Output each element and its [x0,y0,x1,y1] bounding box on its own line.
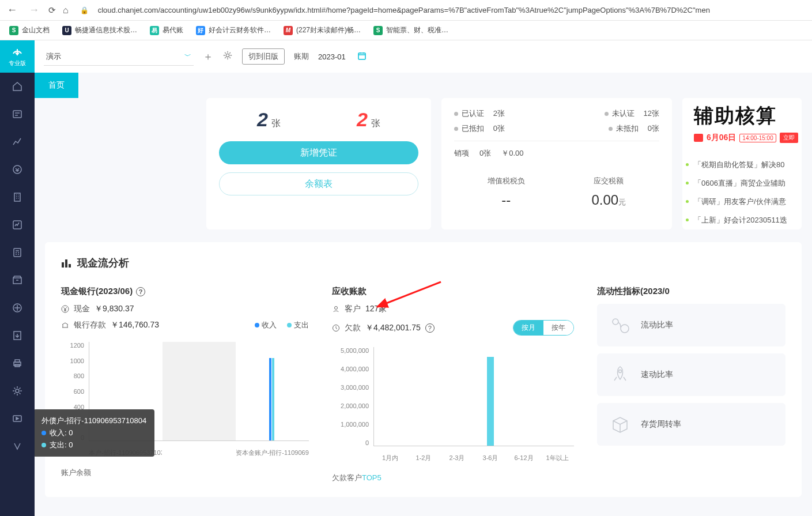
clock-icon [332,324,340,332]
receivable-column: 应收账款 客户 127家 欠款 ￥4,482,001.75 ? [332,286,574,483]
bank-icon [61,321,69,329]
promo-list-item[interactable]: 「上新」好会计20230511迭 [694,211,802,229]
vat-burden: 增值税税负 -- [488,176,525,208]
period-toggle[interactable]: 按月 按年 [513,320,574,336]
uncertified-stat: 未认证 12张 [605,108,659,119]
chart1-footer: 账户余额 [61,468,309,478]
section-title: 现金流分析 [61,256,785,270]
svg-point-13 [226,54,229,57]
liquidity-column: 流动性指标(2023/0 流动比率 速动比率 存货周 [597,286,785,483]
sidebar-item-assets[interactable] [0,294,35,322]
receivable-chart[interactable]: 5,000,0004,000,0003,000,0002,000,0001,00… [332,347,574,462]
svg-rect-14 [358,53,365,59]
svg-point-23 [621,325,629,333]
bookmarks-bar: S金山文档 U畅捷通信息技术股… 易易代账 好好会计云财务软件… M(227封未… [0,21,812,40]
topbar: 演示 ﹀ ＋ 切到旧版 账期 2023-01 [35,40,812,73]
customer-stat: 客户 127家 [332,304,574,314]
period-value: 2023-01 [318,52,346,61]
calendar-icon[interactable] [357,51,367,62]
svg-rect-2 [14,193,20,201]
back-icon[interactable]: ← [5,4,20,16]
bookmark-item[interactable]: 好好会计云财务软件… [196,25,271,35]
lock-icon: 🔒 [80,6,89,14]
balance-sheet-button[interactable]: 余额表 [219,172,418,195]
voucher-card: 2 张 2 张 新增凭证 余额表 [206,98,431,229]
help-icon[interactable]: ? [425,323,435,333]
user-icon [332,305,340,313]
voucher-count-2: 2 张 [357,108,380,131]
company-select[interactable]: 演示 ﹀ [44,47,194,66]
sidebar-item-report[interactable] [0,128,35,156]
promo-list-item[interactable]: 「税期自助化答疑」解决80 [694,156,802,174]
undeducted-stat: 未抵扣 0张 [609,123,659,134]
liquidity-card-inventory[interactable]: 存货周转率 [597,403,785,446]
cashflow-section: 现金流分析 现金银行(2023/06) ? 现金 [45,242,802,497]
forward-icon: → [27,4,41,16]
sidebar-item-video[interactable] [0,405,35,432]
svg-rect-15 [62,262,64,268]
sidebar-logo[interactable]: 专业版 [0,40,35,73]
rocket-icon [609,363,632,386]
voucher-count-1: 2 张 [257,108,281,131]
chart2-footer: 欠款客户TOP5 [332,473,574,483]
bookmark-item[interactable]: U畅捷通信息技术股… [62,25,137,35]
svg-rect-9 [15,360,20,362]
promo-list-item[interactable]: 「调研」用友客户/伙伴满意 [694,193,802,211]
bookmark-item[interactable]: M(227封未读邮件)畅… [284,25,361,35]
bank-stat: 银行存款 ￥146,760.73 收入 支出 [61,320,309,330]
box-icon [609,413,632,436]
debt-stat: 欠款 ￥4,482,001.75 ? 按月 按年 [332,320,574,336]
url-bar[interactable]: cloud.chanjet.com/accounting/uw1eb00zy96… [96,6,807,14]
add-icon[interactable]: ＋ [203,50,213,63]
svg-point-11 [16,389,19,393]
sidebar-item-v[interactable] [0,432,35,460]
sidebar: 专业版 [0,40,35,516]
new-voucher-button[interactable]: 新增凭证 [219,141,418,164]
svg-point-19 [335,307,338,310]
promo-list-item[interactable]: 「0606直播」商贸企业辅助 [694,174,802,193]
svg-point-24 [619,370,622,373]
chevron-down-icon: ﹀ [184,51,191,61]
help-icon[interactable]: ? [136,287,145,296]
liquidity-card-quick[interactable]: 速动比率 [597,353,785,396]
sidebar-item-money[interactable] [0,156,35,183]
yen-icon [61,305,69,313]
svg-point-22 [613,319,618,325]
bookmark-item[interactable]: S智能票、财、税准… [373,25,448,35]
home-icon[interactable]: ⌂ [63,5,69,16]
sidebar-item-archive[interactable] [0,266,35,294]
svg-rect-4 [14,248,21,257]
svg-rect-5 [13,278,21,284]
browser-chrome: ← → ⟳ ⌂ 🔒 cloud.chanjet.com/accounting/u… [0,0,812,21]
certified-stat: 已认证 2张 [454,108,505,119]
bookmark-item[interactable]: S金山文档 [9,25,50,35]
sidebar-item-calc[interactable] [0,239,35,266]
reload-icon[interactable]: ⟳ [48,5,56,16]
bar-chart-icon [61,258,71,268]
bookmark-item[interactable]: 易易代账 [150,25,183,35]
sidebar-item-building[interactable] [0,183,35,211]
promo-cta-button[interactable]: 立即 [780,133,798,143]
sidebar-item-settings[interactable] [0,377,35,405]
video-icon [694,134,703,142]
promo-card: 辅助核算 6月06日 14:00-15:00 立即 「税期自助化答疑」解决80 … [682,98,802,229]
liquidity-card-current[interactable]: 流动比率 [597,304,785,346]
svg-rect-16 [65,259,67,268]
sidebar-item-home[interactable] [0,73,35,100]
sidebar-item-export[interactable] [0,322,35,349]
period-label: 账期 [294,51,309,62]
gear-icon[interactable] [222,50,233,63]
tax-due: 应交税额 0.00元 [591,176,626,208]
old-version-button[interactable]: 切到旧版 [242,48,285,65]
tab-home[interactable]: 首页 [35,73,78,98]
sidebar-item-voucher[interactable] [0,100,35,128]
tab-row: 首页 [35,73,812,98]
ratio-icon [609,314,632,337]
svg-rect-0 [13,111,21,118]
cash-stat: 现金 ￥9,830.37 [61,304,309,314]
svg-rect-17 [69,264,71,268]
sales-stat: 销项 0张 ￥0.00 [454,148,659,159]
sidebar-item-analysis[interactable] [0,211,35,239]
deducted-stat: 已抵扣 0张 [454,123,505,134]
sidebar-item-print[interactable] [0,349,35,377]
